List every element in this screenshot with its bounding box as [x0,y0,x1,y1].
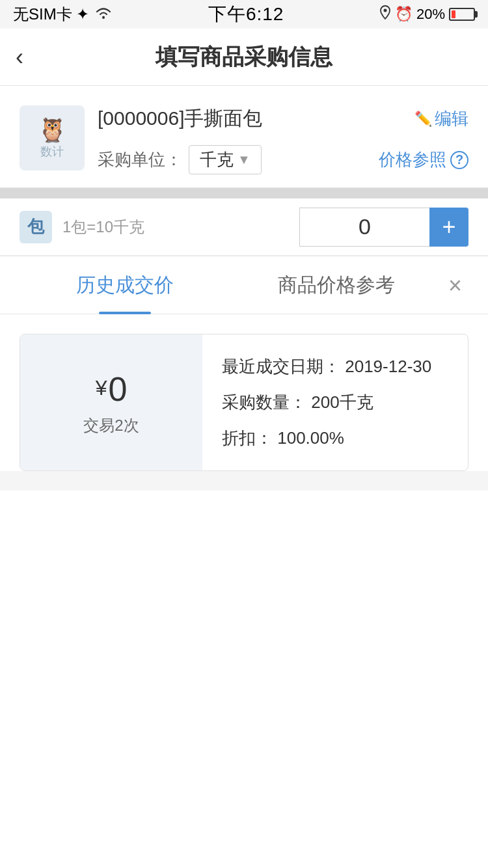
back-button[interactable]: ‹ [16,44,23,71]
quantity-input[interactable] [299,208,429,247]
quantity-left: 包 1包=10千克 [20,211,144,243]
tabs-close-button[interactable]: × [442,265,468,306]
trade-purchase-qty-row: 采购数量： 200千克 [222,390,448,415]
trade-discount-row: 折扣： 100.00% [222,426,448,451]
quantity-conversion: 1包=10千克 [62,217,144,237]
unit-label-group: 采购单位： 千克 ▼ [98,145,262,174]
trade-card-right: 最近成交日期： 2019-12-30 采购数量： 200千克 折扣： 100.0… [202,334,468,470]
tab-product-price-ref[interactable]: 商品价格参考 [230,257,441,314]
trade-card-left: ¥ 0 交易2次 [20,334,202,470]
main-content [0,491,488,868]
quantity-plus-button[interactable]: + [429,208,468,247]
price-ref-help-icon: ? [450,151,468,169]
product-name-row: [0000006]手撕面包 ✏️ 编辑 [98,105,468,132]
quantity-right: + [299,208,468,247]
product-info: [0000006]手撕面包 ✏️ 编辑 采购单位： 千克 ▼ 价格参照 ? [98,105,468,174]
product-full-name: [0000006]手撕面包 [98,105,262,132]
edit-label: 编辑 [435,107,468,130]
unit-select[interactable]: 千克 ▼ [189,145,262,174]
edit-icon: ✏️ [414,111,432,128]
tab-product-price-ref-label: 商品价格参考 [278,272,395,299]
product-logo-icon: 🦉 [38,116,67,144]
trade-price-symbol: ¥ [96,376,107,400]
tab-history-price-label: 历史成交价 [76,272,174,299]
trade-recent-date-label: 最近成交日期： [222,357,340,376]
battery-percent: 20% [416,6,445,23]
trade-discount-label: 折扣： [222,428,273,448]
trade-discount-value: 100.00% [277,428,344,448]
product-logo: 🦉 数计 [20,105,85,170]
trade-recent-date-row: 最近成交日期： 2019-12-30 [222,354,448,379]
carrier-text: 无SIM卡 ✦ [13,4,89,25]
tab-history-price[interactable]: 历史成交价 [20,257,230,314]
battery-icon [449,8,475,21]
trade-price: ¥ 0 [96,370,128,409]
trade-recent-date-value: 2019-12-30 [345,357,431,376]
trade-card: ¥ 0 交易2次 最近成交日期： 2019-12-30 采购数量： 200千克 … [20,334,468,471]
page-title: 填写商品采购信息 [156,42,332,72]
price-reference-button[interactable]: 价格参照 ? [379,148,468,171]
status-time: 下午6:12 [208,2,284,27]
status-left: 无SIM卡 ✦ [13,4,113,25]
quantity-row: 包 1包=10千克 + [0,198,488,256]
unit-dropdown-arrow: ▼ [237,152,251,167]
location-icon [379,5,391,23]
trade-times: 交易2次 [83,415,139,436]
svg-point-0 [102,16,105,19]
trade-purchase-qty-label: 采购数量： [222,392,306,412]
alarm-icon: ⏰ [395,6,413,23]
unit-value: 千克 [200,148,234,171]
gray-divider [0,188,488,198]
price-ref-label: 价格参照 [379,148,446,171]
unit-label-text: 采购单位： [98,148,182,171]
tabs-header: 历史成交价 商品价格参考 × [0,257,488,314]
quantity-unit-box: 包 [20,211,52,243]
edit-button[interactable]: ✏️ 编辑 [414,107,468,130]
trade-price-value: 0 [108,370,127,409]
wifi-icon [94,5,113,23]
product-section: 🦉 数计 [0000006]手撕面包 ✏️ 编辑 采购单位： 千克 ▼ 价格参照… [0,86,488,188]
product-unit-row: 采购单位： 千克 ▼ 价格参照 ? [98,145,468,174]
product-logo-subtext: 数计 [40,144,64,159]
svg-point-1 [383,9,386,12]
tabs-section: 历史成交价 商品价格参考 × ¥ 0 交易2次 最近成交日期： 2019-12-… [0,257,488,471]
trade-purchase-qty-value: 200千克 [311,392,373,412]
status-right: ⏰ 20% [379,5,475,23]
status-bar: 无SIM卡 ✦ 下午6:12 ⏰ 20% [0,0,488,29]
nav-bar: ‹ 填写商品采购信息 [0,29,488,86]
